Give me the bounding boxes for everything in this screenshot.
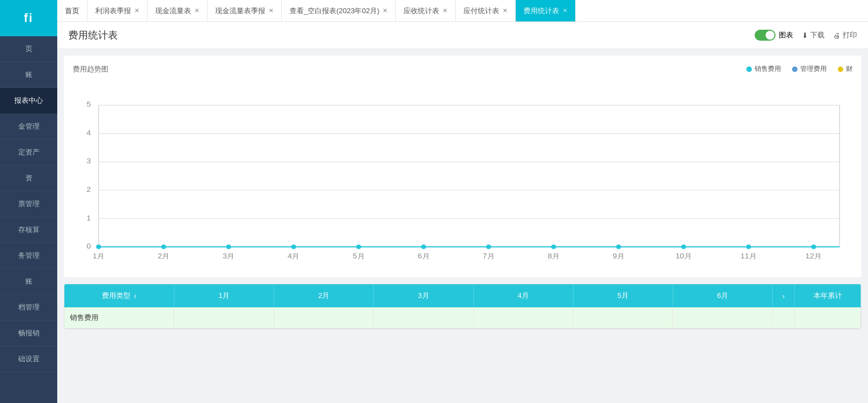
svg-text:5: 5 [86,101,91,108]
legend-dot-admin [792,67,798,72]
td-m1 [174,307,274,328]
svg-text:3月: 3月 [223,252,235,260]
chart-section: 费用趋势图 销售费用 管理费用 财 [64,56,861,277]
legend-dot-finance [838,67,843,72]
svg-point-15 [96,245,101,249]
legend-finance-expense: 财 [838,64,853,74]
legend-dot-sales [746,67,752,72]
sidebar-item-archive[interactable]: 档管理 [0,295,57,321]
chart-toggle[interactable] [755,30,776,41]
sidebar-item-settings[interactable]: 础设置 [0,346,57,372]
svg-text:1: 1 [86,214,91,222]
th-nav[interactable]: › [773,284,795,307]
svg-text:4月: 4月 [288,252,300,260]
close-profit-quarter[interactable]: ✕ [134,7,139,14]
svg-text:7月: 7月 [483,252,495,260]
download-button[interactable]: ⬇ 下载 [802,30,825,40]
svg-text:5月: 5月 [353,252,365,260]
tab-cashflow[interactable]: 现金流量表 ✕ [148,0,208,21]
svg-text:1月: 1月 [92,252,105,260]
tab-payable[interactable]: 应付统计表 ✕ [456,0,516,21]
svg-point-24 [681,245,686,249]
main-content: 首页 利润表季报 ✕ 现金流量表 ✕ 现金流量表季报 ✕ 查看_空白报表(202… [57,0,868,403]
tab-expense[interactable]: 费用统计表 ✕ [516,0,576,21]
svg-point-20 [421,245,426,249]
th-m4: 4月 [474,284,574,307]
svg-point-23 [616,245,621,249]
td-m3 [374,307,473,328]
svg-text:4: 4 [86,129,91,137]
table-row: 销售费用 [64,307,861,329]
chart-title: 费用趋势图 [73,64,108,74]
th-m6: 6月 [673,284,773,307]
close-expense[interactable]: ✕ [563,7,567,14]
tab-blank-report[interactable]: 查看_空白报表(2023年02月) ✕ [282,0,396,21]
sidebar-item-sales[interactable]: 畅报销 [0,321,57,346]
tab-home[interactable]: 首页 [57,0,88,21]
page-content: 费用统计表 图表 ⬇ 下载 🖨 打印 费用趋势图 [57,22,868,403]
td-nav [773,307,795,328]
svg-point-22 [551,245,556,249]
svg-text:0: 0 [86,242,91,250]
sidebar-item-account[interactable]: 账 [0,62,57,88]
svg-point-16 [161,245,166,249]
download-icon: ⬇ [802,31,808,40]
print-button[interactable]: 🖨 打印 [833,30,857,40]
svg-point-17 [226,245,231,249]
sidebar-item-ledger[interactable]: 账 [0,269,57,295]
nav-next-arrow[interactable]: › [782,292,784,300]
close-cashflow-quarter[interactable]: ✕ [269,7,274,14]
tab-bar: 首页 利润表季报 ✕ 现金流量表 ✕ 现金流量表季报 ✕ 查看_空白报表(202… [57,0,868,22]
th-m2: 2月 [274,284,374,307]
print-icon: 🖨 [833,31,840,40]
sidebar-item-home[interactable]: 页 [0,36,57,62]
header-actions: 图表 ⬇ 下载 🖨 打印 [755,30,857,41]
th-ytd: 本年累计 [795,284,861,307]
expense-table: 费用类型 ‹ 1月 2月 3月 4月 5月 6月 › 本年累计 销售费用 [64,284,861,329]
close-blank-report[interactable]: ✕ [383,7,387,14]
legend-label-admin: 管理费用 [800,64,827,74]
td-m4 [474,307,574,328]
tab-receivable[interactable]: 应收统计表 ✕ [396,0,456,21]
sidebar-item-fund[interactable]: 金管理 [0,114,57,140]
chart-toggle-wrap: 图表 [755,30,793,41]
close-cashflow[interactable]: ✕ [194,7,199,14]
close-payable[interactable]: ✕ [503,7,507,14]
line-chart: 0 1 2 3 4 5 [73,80,853,267]
svg-point-26 [811,245,816,249]
td-type: 销售费用 [64,307,174,328]
sidebar-item-report-center[interactable]: 报表中心 [0,88,57,114]
svg-point-19 [356,245,361,249]
close-receivable[interactable]: ✕ [443,7,447,14]
page-header: 费用统计表 图表 ⬇ 下载 🖨 打印 [57,22,868,49]
svg-point-25 [746,245,751,249]
legend-label-finance: 财 [846,64,853,74]
svg-point-18 [291,245,296,249]
td-m2 [274,307,374,328]
chart-legend: 销售费用 管理费用 财 [746,64,853,74]
td-ytd [795,307,861,328]
svg-text:12月: 12月 [805,252,822,260]
nav-prev-arrow[interactable]: ‹ [134,291,137,300]
tab-profit-quarter[interactable]: 利润表季报 ✕ [88,0,148,21]
page-title: 费用统计表 [68,29,118,42]
table-header: 费用类型 ‹ 1月 2月 3月 4月 5月 6月 › 本年累计 [64,284,861,307]
svg-point-21 [486,245,491,249]
chart-toggle-label: 图表 [779,30,793,40]
sidebar-item-fixed-assets[interactable]: 定资产 [0,140,57,165]
legend-label-sales: 销售费用 [755,64,781,74]
table-body: 销售费用 [64,307,861,329]
svg-text:2: 2 [86,186,91,194]
tab-cashflow-quarter[interactable]: 现金流量表季报 ✕ [208,0,282,21]
app-logo: fi [0,0,57,36]
sidebar-item-inventory[interactable]: 存核算 [0,217,57,243]
th-m5: 5月 [574,284,673,307]
svg-text:6月: 6月 [418,252,430,260]
sidebar-item-invest[interactable]: 资 [0,165,57,191]
th-m1: 1月 [174,284,274,307]
svg-text:8月: 8月 [548,252,560,260]
svg-text:2月: 2月 [157,252,170,260]
sidebar-item-bill[interactable]: 票管理 [0,191,57,217]
sidebar-item-service[interactable]: 务管理 [0,243,57,269]
legend-sales-expense: 销售费用 [746,64,781,74]
